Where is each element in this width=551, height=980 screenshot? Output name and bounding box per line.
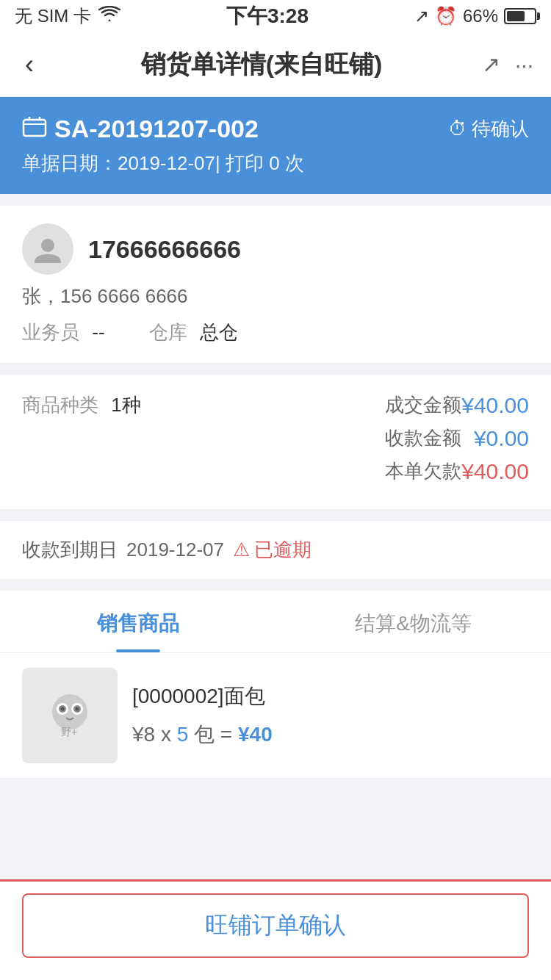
- share-button[interactable]: ↗: [482, 51, 500, 77]
- customer-name: 张，156 6666 6666: [22, 284, 529, 309]
- tab-sales-product[interactable]: 销售商品: [0, 591, 276, 652]
- svg-point-8: [76, 707, 79, 711]
- bottom-bar: 旺铺订单确认: [0, 879, 551, 980]
- nav-actions: ↗ ···: [482, 51, 533, 77]
- alarm-icon: ⏰: [435, 6, 457, 26]
- more-button[interactable]: ···: [515, 52, 533, 77]
- status-left: 无 SIM 卡: [15, 4, 120, 28]
- due-date-value: 2019-12-07: [126, 538, 224, 561]
- overdue-badge: ⚠ 已逾期: [233, 537, 311, 563]
- svg-rect-0: [24, 120, 46, 136]
- salesperson-label: 业务员: [22, 321, 79, 343]
- svg-text:野+: 野+: [61, 726, 77, 738]
- location-icon: ↗: [414, 6, 429, 26]
- confirm-order-button[interactable]: 旺铺订单确认: [22, 893, 529, 958]
- order-status: ⏱ 待确认: [448, 116, 529, 142]
- product-thumbnail: 野+: [22, 668, 118, 763]
- product-total: ¥40: [238, 723, 273, 746]
- salesperson-value: --: [92, 321, 104, 343]
- back-button[interactable]: ‹: [18, 42, 41, 87]
- warehouse-value: 总仓: [200, 321, 238, 343]
- due-date-label: 收款到期日: [22, 537, 118, 563]
- amount-label: 成交金额: [385, 392, 461, 418]
- page-title: 销货单详情(来自旺铺): [141, 48, 383, 82]
- status-right: ↗ ⏰ 66%: [414, 6, 536, 26]
- carrier-label: 无 SIM 卡: [15, 4, 91, 28]
- product-list: 野+ [0000002]面包 ¥8 x 5 包 = ¥40: [0, 653, 551, 778]
- balance-value: ¥40.00: [461, 459, 529, 484]
- status-clock-icon: ⏱: [448, 118, 467, 140]
- nav-bar: ‹ 销货单详情(来自旺铺) ↗ ···: [0, 32, 551, 97]
- overdue-icon: ⚠: [233, 538, 250, 561]
- amount-value: ¥40.00: [461, 393, 529, 418]
- customer-avatar: [22, 223, 73, 275]
- customer-phone: 17666666666: [88, 235, 241, 264]
- product-type-value: 1种: [111, 394, 140, 416]
- tabs-row: 销售商品 结算&物流等: [0, 591, 551, 653]
- product-qty: 5: [177, 723, 189, 746]
- svg-point-7: [61, 707, 65, 711]
- received-value: ¥0.00: [474, 426, 529, 451]
- product-name: [0000002]面包: [132, 682, 529, 710]
- overdue-text: 已逾期: [254, 537, 311, 563]
- product-price: ¥8 x 5 包 = ¥40: [132, 721, 529, 749]
- received-label: 收款金额: [385, 425, 461, 451]
- balance-label: 本单欠款: [385, 458, 461, 484]
- customer-section: 17666666666 张，156 6666 6666 业务员 -- 仓库 总仓: [0, 206, 551, 363]
- tab-settlement[interactable]: 结算&物流等: [276, 591, 551, 652]
- order-icon: [22, 115, 47, 143]
- product-type-label: 商品种类: [22, 394, 98, 416]
- status-time: 下午3:28: [226, 2, 309, 30]
- battery-label: 66%: [463, 6, 498, 26]
- product-info: [0000002]面包 ¥8 x 5 包 = ¥40: [132, 682, 529, 749]
- tabs-section: 销售商品 结算&物流等 野+ [0000002]面: [0, 591, 551, 778]
- svg-point-1: [41, 239, 54, 252]
- wifi-icon: [98, 6, 120, 26]
- product-item: 野+ [0000002]面包 ¥8 x 5 包 = ¥40: [22, 668, 529, 763]
- customer-meta: 业务员 -- 仓库 总仓: [22, 320, 529, 345]
- order-header: SA-20191207-002 ⏱ 待确认 单据日期：2019-12-07| 打…: [0, 97, 551, 194]
- order-number: SA-20191207-002: [22, 115, 259, 143]
- battery-icon: [504, 8, 536, 24]
- due-section: 收款到期日 2019-12-07 ⚠ 已逾期: [0, 521, 551, 579]
- status-bar: 无 SIM 卡 下午3:28 ↗ ⏰ 66%: [0, 0, 551, 32]
- summary-section: 商品种类 1种 成交金额 ¥40.00 收款金额 ¥0.00 本单欠款 ¥40.…: [0, 375, 551, 509]
- warehouse-label: 仓库: [149, 321, 187, 343]
- order-date: 单据日期：2019-12-07| 打印 0 次: [22, 151, 529, 176]
